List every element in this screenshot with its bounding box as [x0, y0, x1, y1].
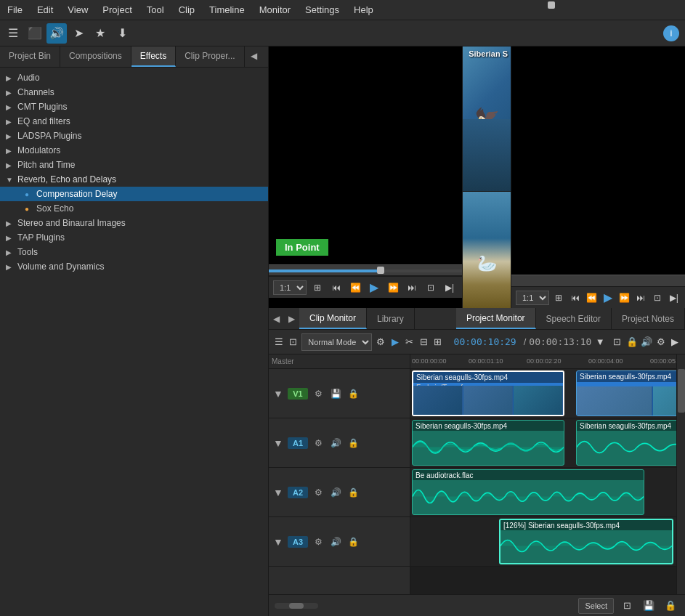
menu-tool[interactable]: Tool [139, 1, 171, 18]
tree-item-modulators[interactable]: ▶ Modulators [0, 143, 268, 158]
menu-clip[interactable]: Clip [171, 1, 202, 18]
monitor-play-btn[interactable]: ▶ [366, 280, 382, 296]
tab-compositions[interactable]: Compositions [60, 46, 131, 67]
second-fit-btn[interactable]: ⊞ [552, 290, 566, 306]
track-a2-settings[interactable]: ⚙ [311, 485, 325, 500]
select-button[interactable]: Select [578, 598, 614, 614]
track-a2-lock[interactable]: 🔒 [346, 485, 360, 500]
a3-clip-1[interactable]: [126%] Siberian seagulls-30fps.mp4 [499, 519, 673, 564]
tree-item-eq[interactable]: ▶ EQ and filters [0, 114, 268, 129]
tl-link-btn[interactable]: ⊞ [432, 333, 444, 351]
tab-scroll-right[interactable]: ▶ [284, 308, 299, 329]
tl-gap-btn[interactable]: ⊟ [418, 333, 429, 351]
track-a3-settings[interactable]: ⚙ [311, 535, 325, 549]
tree-item-audio[interactable]: ▶ Audio [0, 70, 268, 85]
menu-file[interactable]: File [0, 1, 30, 18]
menu-monitor[interactable]: Monitor [252, 1, 298, 18]
tree-item-channels[interactable]: ▶ Channels [0, 85, 268, 100]
tl-mode-icon[interactable]: ⊡ [288, 333, 299, 351]
monitor-prev-btn[interactable]: ⏮ [328, 280, 344, 296]
tree-item-stereo[interactable]: ▶ Stereo and Binaural Images [0, 216, 268, 230]
track-a1-settings[interactable]: ⚙ [311, 436, 325, 450]
track-a2-mute[interactable]: 🔊 [328, 485, 343, 500]
toolbar-arrow-btn[interactable]: ➤ [68, 23, 89, 44]
tab-project-monitor[interactable]: Project Monitor [456, 308, 536, 329]
tl-expand-btn[interactable]: ☰ [273, 333, 285, 351]
tree-item-tap[interactable]: ▶ TAP Plugins [0, 230, 268, 245]
tree-item-pitch[interactable]: ▶ Pitch and Time [0, 158, 268, 172]
second-rewind-btn[interactable]: ⏪ [585, 290, 599, 306]
track-v1-save[interactable]: 💾 [328, 386, 343, 401]
track-a3-lock[interactable]: 🔒 [346, 535, 360, 549]
a1-clip-2[interactable]: Siberian seagulls-30fps.mp4 [576, 420, 676, 466]
menu-settings[interactable]: Settings [298, 1, 346, 18]
zoom-select-right[interactable]: 1:1 [516, 291, 549, 305]
toolbar-star-btn[interactable]: ★ [90, 23, 110, 44]
tab-project-notes[interactable]: Project Notes [612, 308, 685, 329]
a1-clip-1[interactable]: Siberian seagulls-30fps.mp4 [412, 420, 564, 466]
second-fastfwd-btn[interactable]: ⏩ [618, 290, 632, 306]
tab-scroll-left[interactable]: ◀ [269, 308, 284, 329]
tl-snap-btn[interactable]: ⊡ [612, 333, 623, 351]
mode-select[interactable]: Normal Mode [301, 333, 372, 351]
toolbar-download-btn[interactable]: ⬇ [112, 23, 132, 44]
second-loop-btn[interactable]: ⊡ [651, 290, 665, 306]
tab-more-left[interactable]: ◀ [245, 46, 263, 67]
track-expand-a2[interactable]: ▼ [273, 487, 285, 498]
tl-arrow-btn[interactable]: ▶ [389, 333, 401, 351]
menu-help[interactable]: Help [346, 1, 381, 18]
monitor-loop-btn[interactable]: ⊡ [423, 280, 439, 296]
tl-vscrollbar[interactable] [676, 354, 685, 594]
tree-item-sox-echo[interactable]: ● Sox Echo [0, 201, 268, 216]
tab-effects[interactable]: Effects [131, 46, 176, 67]
scroll-thumb[interactable] [289, 603, 304, 609]
tl-razor-btn[interactable]: ⚙ [375, 333, 386, 351]
track-a1-lock[interactable]: 🔒 [346, 436, 360, 450]
tree-item-reverb[interactable]: ▼ Reverb, Echo and Delays [0, 172, 268, 187]
track-v1-settings[interactable]: ⚙ [311, 386, 325, 401]
track-a3-mute[interactable]: 🔊 [328, 535, 343, 549]
tl-vscroll-thumb[interactable] [678, 369, 685, 413]
status-icon-3[interactable]: 🔒 [662, 597, 679, 615]
track-expand-v1[interactable]: ▼ [273, 388, 285, 400]
menu-timeline[interactable]: Timeline [202, 1, 252, 18]
monitor-more-btn[interactable]: ▶| [442, 280, 458, 296]
v1-clip-1[interactable]: Siberian seagulls-30fps.mp4 Fade in/Tran… [412, 370, 564, 416]
tree-item-compensation-delay[interactable]: ● Compensation Delay [0, 187, 268, 201]
toolbar-menu-btn[interactable]: ☰ [3, 23, 23, 44]
tl-more-btn[interactable]: ▶ [669, 333, 681, 351]
tab-speech-editor[interactable]: Speech Editor [536, 308, 612, 329]
tree-item-volume[interactable]: ▶ Volume and Dynamics [0, 259, 268, 274]
tab-project-bin[interactable]: Project Bin [0, 46, 60, 67]
tl-audio-btn[interactable]: 🔊 [641, 333, 652, 351]
tl-lock-btn[interactable]: 🔒 [626, 333, 638, 351]
tree-item-tools[interactable]: ▶ Tools [0, 245, 268, 259]
v1-clip-2[interactable]: Siberian seagulls-30fps.mp4 [576, 370, 676, 416]
status-icon-2[interactable]: 💾 [640, 597, 657, 615]
tl-cut-btn[interactable]: ✂ [404, 333, 416, 351]
track-v1-lock[interactable]: 🔒 [346, 386, 360, 401]
ruler-handle[interactable] [377, 267, 384, 274]
toolbar-audio-btn[interactable]: 🔊 [46, 23, 67, 44]
tab-more-right[interactable]: ▶ [263, 46, 268, 67]
menu-project[interactable]: Project [95, 1, 139, 18]
tab-library[interactable]: Library [367, 308, 415, 329]
monitor-fastfwd-btn[interactable]: ⏩ [385, 280, 401, 296]
tree-item-ladspa[interactable]: ▶ LADSPA Plugins [0, 129, 268, 143]
menu-view[interactable]: View [60, 1, 95, 18]
status-icon-1[interactable]: ⊡ [618, 597, 636, 615]
zoom-select-left[interactable]: 1:1 [273, 280, 307, 295]
tl-time-expand[interactable]: ▼ [594, 333, 606, 351]
monitor-next-btn[interactable]: ⏭ [404, 280, 420, 296]
tree-item-cmt[interactable]: ▶ CMT Plugins [0, 100, 268, 114]
monitor-fit-btn[interactable]: ⊞ [309, 280, 325, 296]
second-prev-btn[interactable]: ⏮ [569, 290, 583, 306]
menu-edit[interactable]: Edit [30, 1, 60, 18]
monitor-rewind-btn[interactable]: ⏪ [347, 280, 363, 296]
second-more-btn[interactable]: ▶| [667, 290, 681, 306]
toolbar-layout-btn[interactable]: ⬛ [25, 23, 45, 44]
scroll-indicator[interactable] [275, 603, 318, 609]
tl-settings-btn[interactable]: ⚙ [655, 333, 667, 351]
second-next-btn[interactable]: ⏭ [634, 290, 648, 306]
second-play-btn[interactable]: ▶ [601, 290, 615, 306]
